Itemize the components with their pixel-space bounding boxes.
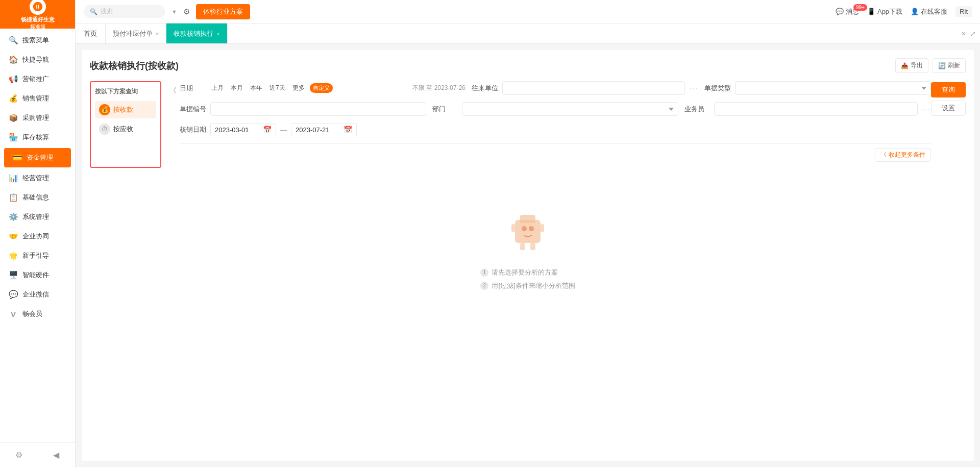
hardware-icon: 🖥️ xyxy=(8,271,18,280)
verif-end-input[interactable] xyxy=(296,126,341,134)
tab-fullscreen-btn[interactable]: ⤢ xyxy=(970,30,976,38)
sidebar-item-purchase[interactable]: 📦 采购管理 xyxy=(0,108,75,128)
tab-prepay[interactable]: 预付冲应付单 × xyxy=(106,23,166,43)
collapse-sidebar-btn[interactable]: ◀ xyxy=(48,447,64,463)
sidebar-item-vip[interactable]: V 畅会员 xyxy=(0,304,75,324)
message-button[interactable]: 💬 消息 99+ xyxy=(836,7,859,16)
message-badge: 99+ xyxy=(853,4,867,11)
verif-end-calendar-icon[interactable]: 📅 xyxy=(344,126,352,134)
settings-button[interactable]: 设置 xyxy=(931,101,966,116)
sales-field: 业务员 ··· xyxy=(684,102,931,116)
solution-button[interactable]: 体验行业方案 xyxy=(196,4,250,19)
date-custom-badge[interactable]: 自定义 xyxy=(310,83,333,93)
sidebar-item-label: 销售管理 xyxy=(22,94,49,103)
sidebar-item-system[interactable]: ⚙️ 系统管理 xyxy=(0,207,75,227)
collapse-more-button[interactable]: 《 收起更多条件 xyxy=(875,148,931,162)
page-title: 收款核销执行(按收款) xyxy=(90,60,179,72)
svg-rect-6 xyxy=(520,243,525,250)
form-and-btn: 日期 上月 本月 本年 近7天 更多 自定义 xyxy=(180,81,966,168)
verif-start-calendar-icon[interactable]: 📅 xyxy=(263,126,272,134)
export-label: 导出 xyxy=(911,61,923,70)
page-header: 收款核销执行(按收款) 📤 导出 🔄 刷新 xyxy=(90,58,966,73)
date-this-month[interactable]: 本月 xyxy=(229,83,245,93)
verif-start-wrap[interactable]: 📅 xyxy=(210,123,276,136)
query-btn-col: 查询 设置 xyxy=(931,81,966,116)
collapse-filter-btn[interactable]: 《 xyxy=(169,81,180,95)
service-label: 在线客服 xyxy=(921,7,947,16)
sidebar-item-wechat[interactable]: 💬 企业微信 xyxy=(0,285,75,304)
doc-type-select[interactable] xyxy=(735,81,931,95)
inventory-icon: 🏪 xyxy=(8,133,18,142)
empty-state-illustration xyxy=(502,205,553,256)
sidebar-item-marketing[interactable]: 📢 营销推广 xyxy=(0,69,75,89)
search-icon: 🔍 xyxy=(90,8,97,15)
tip-text-2: 用[过滤]条件来缩小分析范围 xyxy=(492,279,575,292)
user-menu-button[interactable]: Rit xyxy=(955,6,972,17)
doc-no-field: 单据编号 xyxy=(180,102,426,116)
verif-start-input[interactable] xyxy=(215,126,261,134)
topbar-gear-icon[interactable]: ⚙ xyxy=(183,7,190,16)
sales-dots-icon[interactable]: ··· xyxy=(922,105,931,113)
sidebar-item-operation[interactable]: 📊 经营管理 xyxy=(0,168,75,188)
refresh-button[interactable]: 🔄 刷新 xyxy=(933,58,966,73)
home-tab-label: 首页 xyxy=(84,29,97,38)
sidebar-item-quick-nav[interactable]: 🏠 快捷导航 xyxy=(0,50,75,69)
tip-num-1: 1 xyxy=(480,268,488,277)
filter-option-by-receipt[interactable]: 💰 按收款 xyxy=(95,101,156,118)
sidebar-item-finance[interactable]: 💳 资金管理 xyxy=(4,148,71,167)
verif-end-wrap[interactable]: 📅 xyxy=(291,123,357,136)
date-last-month[interactable]: 上月 xyxy=(209,83,226,93)
page-actions: 📤 导出 🔄 刷新 xyxy=(895,58,966,73)
by-receipt-label: 按收款 xyxy=(113,105,133,114)
collapse-chevron-icon: 《 xyxy=(880,151,887,159)
receipt-tab-label: 收款核销执行 xyxy=(174,29,213,38)
quick-nav-icon: 🏠 xyxy=(8,55,18,64)
topbar-chevron-icon[interactable]: ▼ xyxy=(172,9,177,15)
date-this-year[interactable]: 本年 xyxy=(248,83,264,93)
export-icon: 📤 xyxy=(901,62,909,69)
guide-icon: 🌟 xyxy=(8,251,18,260)
sidebar-nav: 🔍 搜索菜单 🏠 快捷导航 📢 营销推广 💰 销售管理 📦 采购管理 🏪 库存核… xyxy=(0,29,75,442)
sidebar-item-inventory[interactable]: 🏪 库存核算 xyxy=(0,128,75,147)
service-button[interactable]: 👤 在线客服 xyxy=(911,7,947,16)
by-receipt-icon: 💰 xyxy=(99,104,110,115)
sidebar-bottom: ⚙ ◀ xyxy=(0,442,75,467)
sidebar-item-sales[interactable]: 💰 销售管理 xyxy=(0,89,75,108)
svg-rect-0 xyxy=(515,220,541,243)
tab-close-prepay[interactable]: × xyxy=(156,31,159,37)
tab-close-all-btn[interactable]: × xyxy=(962,30,966,38)
topbar-right: 💬 消息 99+ 📱 App下载 👤 在线客服 Rit xyxy=(836,6,972,17)
sales-input[interactable] xyxy=(714,102,918,116)
dept-select[interactable] xyxy=(462,102,679,116)
query-button[interactable]: 查询 xyxy=(931,82,966,97)
date-more[interactable]: 更多 xyxy=(290,83,307,93)
export-button[interactable]: 📤 导出 xyxy=(895,58,928,73)
sidebar-item-basic-info[interactable]: 📋 基础信息 xyxy=(0,188,75,207)
prepay-tab-label: 预付冲应付单 xyxy=(113,29,153,38)
doc-no-input[interactable] xyxy=(210,102,426,116)
purchase-icon: 📦 xyxy=(8,113,18,122)
sidebar-item-label: 库存核算 xyxy=(22,133,49,142)
sidebar-item-search-menu[interactable]: 🔍 搜索菜单 xyxy=(0,31,75,50)
tab-receipt[interactable]: 收款核销执行 × xyxy=(166,23,227,43)
sidebar-item-label: 畅会员 xyxy=(22,309,42,318)
filter-option-by-receivable[interactable]: ⏱ 按应收 xyxy=(95,120,156,138)
sidebar-item-collab[interactable]: 🤝 企业协同 xyxy=(0,227,75,246)
partner-input[interactable] xyxy=(502,81,685,95)
svg-rect-1 xyxy=(520,215,535,223)
partner-dots-icon[interactable]: ··· xyxy=(689,84,698,92)
sidebar-item-label: 企业微信 xyxy=(22,290,49,299)
sidebar-item-hardware[interactable]: 🖥️ 智能硬件 xyxy=(0,265,75,285)
basic-info-icon: 📋 xyxy=(8,193,18,202)
sidebar-item-guide[interactable]: 🌟 新手引导 xyxy=(0,246,75,265)
content-area: 收款核销执行(按收款) 📤 导出 🔄 刷新 按以下方案查询 xyxy=(76,44,980,467)
empty-tip-row-1: 1 请先选择要分析的方案 xyxy=(480,266,575,279)
tab-home[interactable]: 首页 xyxy=(76,23,106,43)
settings-bottom-btn[interactable]: ⚙ xyxy=(11,447,27,463)
date-7days[interactable]: 近7天 xyxy=(267,83,287,93)
topbar-search[interactable]: 🔍 搜索 xyxy=(84,5,165,18)
sidebar-item-label: 智能硬件 xyxy=(22,271,49,280)
tab-close-receipt[interactable]: × xyxy=(216,31,219,37)
doc-type-label: 单据类型 xyxy=(704,84,731,93)
app-download-button[interactable]: 📱 App下载 xyxy=(867,7,902,16)
